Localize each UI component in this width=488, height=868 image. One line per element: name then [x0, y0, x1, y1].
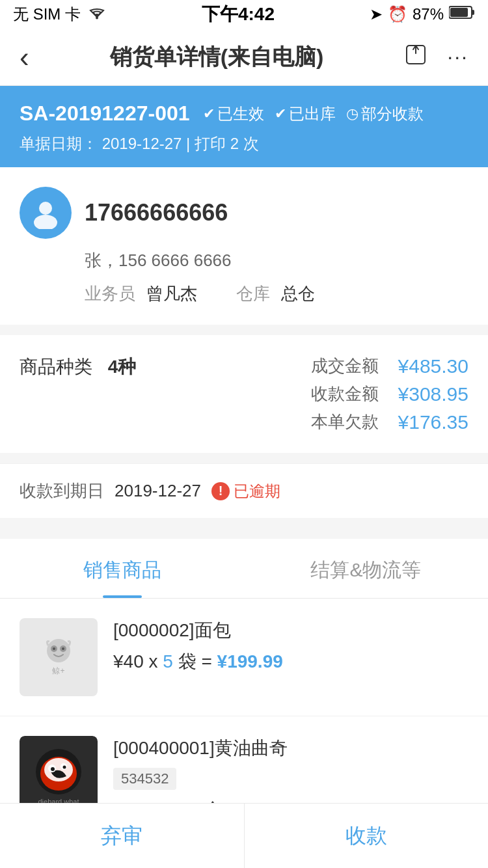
divider-2	[0, 518, 488, 528]
due-section: 收款到期日 2019-12-27 ! 已逾期	[0, 463, 488, 518]
table-row: 鲸+ [0000002]面包 ¥40 x 5 袋 = ¥199.99	[0, 599, 488, 716]
summary-grid: 商品种类 4种 成交金额 ¥485.30 收款金额 ¥308.95 本单欠款 ¥…	[20, 355, 468, 433]
svg-point-19	[51, 767, 55, 771]
battery-text: 87%	[413, 5, 444, 23]
status-bar: 无 SIM 卡 下午4:42 ➤ ⏰ 87%	[0, 0, 488, 29]
svg-point-20	[63, 766, 66, 769]
customer-phone: 17666666666	[85, 199, 228, 226]
share-icon[interactable]	[404, 43, 427, 72]
svg-rect-2	[472, 10, 474, 15]
product-image-placeholder-1: 鲸+	[20, 618, 98, 696]
clock-icon: ◷	[346, 105, 359, 122]
wifi-icon	[87, 5, 107, 23]
banner-top: SA-20191227-001 ✔ 已生效 ✔ 已出库 ◷ 部分收款	[20, 102, 468, 126]
product-thumbnail-1: 鲸+	[20, 618, 98, 696]
divider-1	[0, 325, 488, 335]
overdue-badge: ! 已逾期	[211, 481, 280, 502]
bottom-bar: 弃审 收款	[0, 803, 488, 868]
badge-shipped: ✔ 已出库	[275, 103, 336, 124]
carrier-text: 无 SIM 卡	[13, 4, 81, 25]
warehouse-info: 仓库 总仓	[236, 282, 315, 305]
svg-point-10	[53, 647, 55, 650]
cancel-button[interactable]: 弃审	[0, 804, 245, 868]
tabs-section: 销售商品 结算&物流等 鲸+	[0, 539, 488, 843]
product-name-1: [0000002]面包	[113, 618, 468, 643]
svg-point-7	[47, 639, 70, 662]
nav-bar: ‹ 销货单详情(来自电脑) ···	[0, 29, 488, 86]
svg-point-0	[96, 17, 98, 20]
badge-partial: ◷ 部分收款	[346, 103, 424, 124]
overdue-icon: !	[211, 482, 230, 500]
status-time: 下午4:42	[202, 2, 275, 27]
status-carrier: 无 SIM 卡	[13, 4, 107, 25]
confirm-button[interactable]: 收款	[245, 804, 489, 868]
product-thumbnail-2: diehard what	[20, 736, 98, 814]
product-details-1: [0000002]面包 ¥40 x 5 袋 = ¥199.99	[113, 618, 468, 674]
customer-meta: 业务员 曾凡杰 仓库 总仓	[85, 282, 468, 305]
tab-sales[interactable]: 销售商品	[0, 539, 244, 598]
customer-row: 17666666666	[20, 187, 468, 239]
alarm-icon: ⏰	[388, 5, 407, 23]
header-banner: SA-20191227-001 ✔ 已生效 ✔ 已出库 ◷ 部分收款 单据日期：…	[0, 86, 488, 167]
status-right: ➤ ⏰ 87%	[370, 5, 475, 23]
battery-icon	[449, 5, 475, 23]
avatar	[20, 187, 72, 239]
svg-point-6	[34, 215, 57, 229]
customer-contact: 张，156 6666 6666	[85, 249, 468, 272]
owed-row: 本单欠款 ¥176.35	[311, 411, 468, 433]
nav-actions: ···	[404, 43, 468, 72]
product-batch-2: 534532	[113, 768, 176, 790]
summary-section: 商品种类 4种 成交金额 ¥485.30 收款金额 ¥308.95 本单欠款 ¥…	[0, 335, 488, 453]
location-icon: ➤	[370, 5, 383, 23]
order-id: SA-20191227-001	[20, 102, 190, 126]
back-button[interactable]: ‹	[20, 41, 29, 74]
page-title: 销货单详情(来自电脑)	[110, 42, 324, 72]
amount-row: 成交金额 ¥485.30	[311, 355, 468, 377]
check-icon-1: ✔	[203, 105, 215, 122]
svg-point-5	[39, 202, 52, 215]
amount-info: 成交金额 ¥485.30 收款金额 ¥308.95 本单欠款 ¥176.35	[311, 355, 468, 433]
product-price-1: ¥40 x 5 袋 = ¥199.99	[113, 649, 468, 674]
check-icon-2: ✔	[275, 105, 286, 122]
status-badges: ✔ 已生效 ✔ 已出库 ◷ 部分收款	[203, 103, 424, 124]
svg-text:鲸+: 鲸+	[52, 666, 64, 675]
tab-settlement[interactable]: 结算&物流等	[244, 539, 488, 598]
product-name-2: [000400001]黄油曲奇	[113, 736, 468, 761]
svg-rect-3	[450, 8, 468, 17]
received-row: 收款金额 ¥308.95	[311, 383, 468, 405]
product-image-2: diehard what	[20, 736, 98, 814]
svg-point-11	[62, 647, 64, 650]
more-icon[interactable]: ···	[447, 45, 468, 69]
category-info: 商品种类 4种	[20, 355, 136, 379]
sales-info: 业务员 曾凡杰	[85, 282, 197, 305]
badge-effective: ✔ 已生效	[203, 103, 264, 124]
customer-section: 17666666666 张，156 6666 6666 业务员 曾凡杰 仓库 总…	[0, 167, 488, 325]
banner-date: 单据日期： 2019-12-27 | 打印 2 次	[20, 133, 468, 154]
tabs-bar: 销售商品 结算&物流等	[0, 539, 488, 599]
